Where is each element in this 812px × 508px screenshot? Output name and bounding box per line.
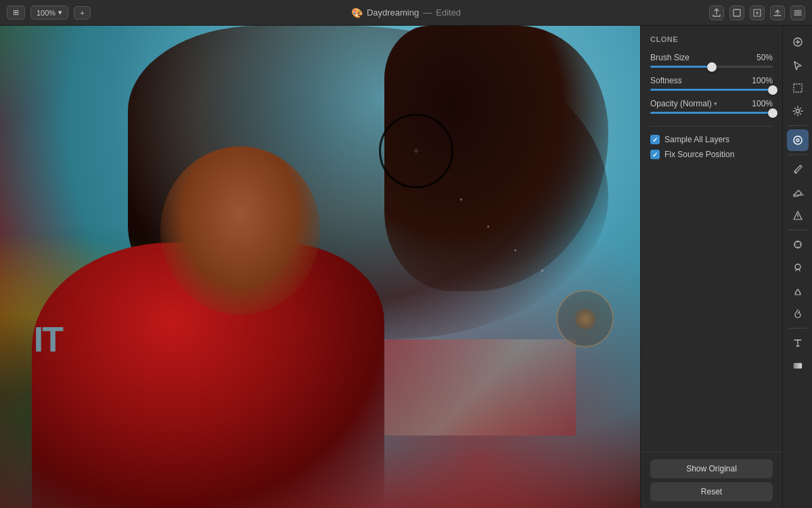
sharpen-tool[interactable]: [787, 205, 809, 226]
share-button[interactable]: [709, 5, 724, 20]
svg-point-5: [796, 139, 799, 142]
right-panel: CLONE Brush Size 50% Softness 100%: [640, 26, 782, 508]
opacity-slider[interactable]: [650, 112, 773, 114]
upload-button[interactable]: [770, 5, 785, 20]
tool-separator-3: [788, 230, 807, 230]
brush-size-row: Brush Size 50%: [650, 53, 773, 68]
opacity-value: 100%: [752, 99, 773, 108]
titlebar-left: ⊞ 100% ▾ +: [7, 5, 91, 20]
clone-stamp-tool-active[interactable]: [787, 129, 809, 151]
sample-all-layers-label: Sample All Layers: [664, 135, 729, 144]
view-mode-button[interactable]: ⊞: [7, 5, 25, 20]
brush-size-thumb[interactable]: [707, 62, 717, 72]
zoom-selector[interactable]: 100% ▾: [30, 5, 68, 20]
cursor-tool[interactable]: [787, 54, 809, 76]
magic-wand-tool[interactable]: [787, 100, 809, 122]
selection-tool[interactable]: [787, 77, 809, 99]
photo-canvas: IT: [0, 26, 640, 508]
menu-button[interactable]: [790, 5, 805, 20]
titlebar: ⊞ 100% ▾ + 🎨 Daydreaming — Edited: [0, 0, 812, 26]
enhance-tool[interactable]: [787, 234, 809, 255]
gradient-tool[interactable]: [787, 355, 809, 377]
opacity-thumb[interactable]: [768, 108, 777, 118]
sample-all-layers-row[interactable]: Sample All Layers: [650, 135, 773, 144]
opacity-fill: [650, 112, 773, 114]
titlebar-center: 🎨 Daydreaming — Edited: [351, 7, 461, 18]
bottom-panel: Show Original Reset: [641, 452, 782, 508]
brush-size-slider[interactable]: [650, 66, 773, 68]
add-button[interactable]: +: [74, 6, 90, 20]
divider: [650, 126, 773, 127]
clone-dot-1: [460, 198, 462, 200]
opacity-label[interactable]: Opacity (Normal) ▾: [650, 99, 717, 108]
text-tool[interactable]: [787, 332, 809, 354]
canvas-text-left: IT: [0, 291, 96, 387]
clone-dot-4: [541, 270, 543, 272]
svg-rect-2: [794, 84, 802, 92]
opacity-label-row: Opacity (Normal) ▾ 100%: [650, 99, 773, 108]
brush-size-label: Brush Size: [650, 53, 690, 62]
brush-size-fill: [650, 66, 712, 68]
panel-title: CLONE: [650, 35, 773, 43]
eraser-tool[interactable]: [787, 182, 809, 203]
export-button[interactable]: [750, 5, 765, 20]
tool-separator-4: [788, 328, 807, 329]
main-area: IT CLONE Brush Size 50%: [0, 26, 812, 508]
softness-value: 100%: [752, 76, 773, 85]
title-text: Daydreaming: [367, 7, 419, 18]
softness-label: Softness: [650, 76, 682, 85]
softness-label-row: Softness 100%: [650, 76, 773, 85]
fix-source-position-label: Fix Source Position: [664, 150, 734, 159]
fix-source-position-checkbox[interactable]: [650, 150, 660, 159]
dodge-tool[interactable]: [787, 280, 809, 301]
plus-icon: +: [80, 9, 84, 17]
clone-dot-3: [514, 249, 516, 251]
zoom-value: 100%: [37, 9, 55, 17]
skin-overlay: [160, 146, 321, 315]
view-icon: ⊞: [13, 8, 19, 17]
sample-all-layers-checkbox[interactable]: [650, 135, 660, 144]
opacity-dropdown-arrow: ▾: [714, 100, 717, 107]
tool-separator-2: [788, 154, 807, 155]
fix-source-position-row[interactable]: Fix Source Position: [650, 150, 773, 159]
tool-separator-1: [788, 125, 807, 126]
crop-button[interactable]: [729, 5, 744, 20]
tools-sidebar: [782, 26, 812, 508]
softness-slider[interactable]: [650, 89, 773, 91]
title-emoji: 🎨: [351, 7, 363, 18]
softness-thumb[interactable]: [768, 85, 777, 95]
titlebar-right: [709, 5, 805, 20]
svg-rect-0: [734, 9, 740, 16]
clone-dot-2: [487, 226, 489, 228]
burn-tool[interactable]: [787, 303, 809, 324]
softness-row: Softness 100%: [650, 76, 773, 91]
svg-point-3: [796, 110, 799, 113]
svg-rect-8: [794, 363, 802, 368]
heal-tool[interactable]: [787, 31, 809, 53]
brush-size-value: 50%: [757, 53, 773, 62]
softness-fill: [650, 89, 773, 91]
blur-tool[interactable]: [787, 257, 809, 278]
svg-point-4: [794, 136, 802, 144]
canvas-area[interactable]: IT: [0, 26, 640, 508]
sign-overlay: [384, 339, 577, 436]
show-original-button[interactable]: Show Original: [650, 459, 773, 478]
brush-size-label-row: Brush Size 50%: [650, 53, 773, 62]
zoom-arrow: ▾: [58, 8, 62, 17]
brush-tool[interactable]: [787, 158, 809, 180]
opacity-row: Opacity (Normal) ▾ 100%: [650, 99, 773, 114]
reset-button[interactable]: Reset: [650, 482, 773, 501]
title-separator: —: [423, 7, 432, 18]
title-status: Edited: [436, 7, 461, 18]
clone-panel: CLONE Brush Size 50% Softness 100%: [641, 26, 782, 452]
